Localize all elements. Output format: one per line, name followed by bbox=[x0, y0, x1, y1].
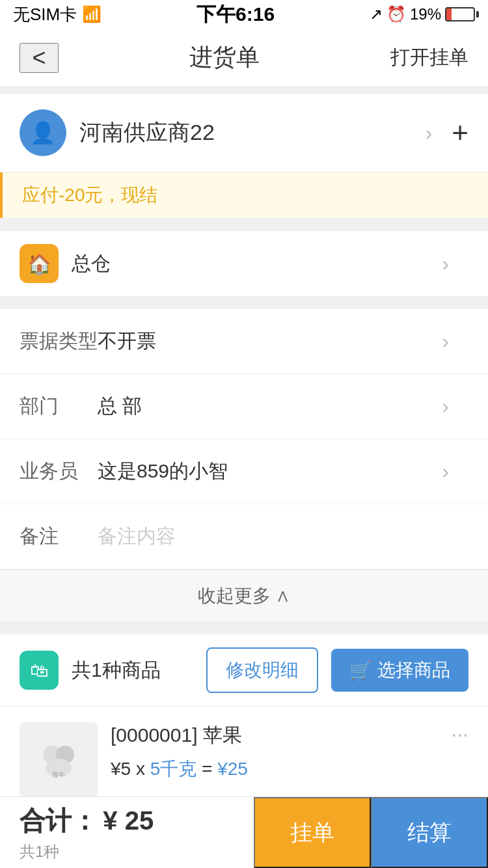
supplier-avatar: 👤 bbox=[20, 109, 66, 156]
invoice-type-row[interactable]: 票据类型 不开票 › bbox=[0, 309, 488, 374]
cart-icon: 🛒 bbox=[349, 660, 372, 681]
status-bar: 无SIM卡 📶 下午6:16 ↗ ⏰ 19% bbox=[0, 0, 488, 29]
salesperson-chevron-icon: › bbox=[442, 459, 449, 483]
total-value: ¥ 25 bbox=[103, 806, 154, 835]
product-name: 苹果 bbox=[203, 724, 242, 746]
battery-icon bbox=[445, 7, 475, 21]
section-gap-3 bbox=[0, 621, 488, 634]
open-pending-button[interactable]: 打开挂单 bbox=[390, 44, 468, 71]
chevron-right-icon: › bbox=[426, 121, 433, 145]
product-header: 🛍 共1种商品 修改明细 🛒 选择商品 bbox=[0, 634, 488, 706]
select-product-label: 选择商品 bbox=[377, 658, 450, 683]
salesperson-value: 这是859的小智 bbox=[98, 458, 442, 485]
warehouse-row[interactable]: 🏠 总仓 › bbox=[0, 231, 488, 296]
product-section: 🛍 共1种商品 修改明细 🛒 选择商品 晋牛 [0000001] 苹果 ¥5 bbox=[0, 634, 488, 816]
section-gap-2 bbox=[0, 296, 488, 309]
product-count: 共1种商品 bbox=[72, 657, 193, 684]
quantity: 5千克 bbox=[150, 759, 197, 779]
salesperson-label: 业务员 bbox=[20, 458, 98, 485]
warehouse-name: 总仓 bbox=[72, 251, 442, 277]
back-button[interactable]: < bbox=[20, 43, 59, 73]
section-gap-1 bbox=[0, 218, 488, 231]
settle-button[interactable]: 结算 bbox=[371, 797, 488, 868]
bottom-bar: 合计： ¥ 25 共1种 挂单 结算 bbox=[0, 796, 488, 868]
equals-sign: = bbox=[202, 759, 217, 779]
collapse-button[interactable]: 收起更多 ∧ bbox=[0, 569, 488, 621]
product-code: [0000001] bbox=[111, 724, 197, 746]
remark-label: 备注 bbox=[20, 523, 98, 550]
total-section: 合计： ¥ 25 共1种 bbox=[0, 797, 254, 868]
total-amount: 合计： ¥ 25 bbox=[20, 803, 234, 839]
department-chevron-icon: › bbox=[442, 394, 449, 418]
edit-detail-button[interactable]: 修改明细 bbox=[206, 647, 318, 693]
nav-bar: < 进货单 打开挂单 bbox=[0, 29, 488, 87]
product-title: [0000001] 苹果 bbox=[111, 722, 438, 749]
supplier-name: 河南供应商22 bbox=[79, 118, 426, 148]
status-bar-time: 下午6:16 bbox=[197, 1, 275, 28]
department-value: 总 部 bbox=[98, 393, 442, 420]
department-row[interactable]: 部门 总 部 › bbox=[0, 374, 488, 439]
nav-spacer bbox=[0, 87, 488, 94]
select-product-button[interactable]: 🛒 选择商品 bbox=[331, 649, 468, 692]
remark-input[interactable]: 备注内容 bbox=[98, 523, 468, 550]
wifi-icon: 📶 bbox=[82, 5, 102, 23]
product-info: [0000001] 苹果 ¥5 x 5千克 = ¥25 bbox=[111, 722, 438, 781]
invoice-type-value: 不开票 bbox=[98, 328, 442, 355]
warehouse-icon: 🏠 bbox=[20, 244, 59, 283]
product-price: ¥5 x 5千克 = ¥25 bbox=[111, 757, 438, 781]
svg-text:晋牛: 晋牛 bbox=[52, 771, 65, 778]
salesperson-row[interactable]: 业务员 这是859的小智 › bbox=[0, 439, 488, 504]
warehouse-section: 🏠 总仓 › bbox=[0, 231, 488, 296]
more-options-button[interactable]: ··· bbox=[451, 722, 468, 746]
location-icon: ↗ bbox=[370, 5, 383, 23]
add-supplier-button[interactable]: + bbox=[452, 116, 468, 149]
collapse-label: 收起更多 ∧ bbox=[198, 584, 291, 608]
total-count: 共1种 bbox=[20, 841, 234, 862]
status-bar-right: ↗ ⏰ 19% bbox=[370, 5, 475, 23]
unit-price: ¥5 bbox=[111, 759, 131, 779]
product-icon: 🛍 bbox=[20, 651, 59, 690]
status-bar-left: 无SIM卡 📶 bbox=[13, 3, 102, 26]
avatar-icon: 👤 bbox=[30, 120, 56, 145]
battery-text: 19% bbox=[410, 5, 441, 23]
alarm-icon: ⏰ bbox=[386, 5, 406, 23]
total-price: ¥25 bbox=[217, 759, 248, 779]
supplier-section: 👤 河南供应商22 › + 应付-20元，现结 bbox=[0, 94, 488, 218]
invoice-type-chevron-icon: › bbox=[442, 329, 449, 353]
shopping-bag-icon: 🛍 bbox=[30, 660, 48, 681]
invoice-type-label: 票据类型 bbox=[20, 328, 98, 355]
total-label: 合计： bbox=[20, 806, 98, 835]
remark-row[interactable]: 备注 备注内容 bbox=[0, 504, 488, 569]
form-section: 票据类型 不开票 › 部门 总 部 › 业务员 这是859的小智 › 备注 备注… bbox=[0, 309, 488, 621]
carrier-text: 无SIM卡 bbox=[13, 3, 77, 26]
pending-button[interactable]: 挂单 bbox=[254, 797, 371, 868]
supplier-row[interactable]: 👤 河南供应商22 › + bbox=[0, 94, 488, 172]
product-thumbnail: 晋牛 bbox=[20, 722, 98, 800]
department-label: 部门 bbox=[20, 393, 98, 420]
page-title: 进货单 bbox=[189, 42, 260, 74]
product-image-placeholder: 晋牛 bbox=[33, 742, 85, 781]
multiply-sign: x bbox=[136, 759, 150, 779]
notice-bar: 应付-20元，现结 bbox=[0, 172, 488, 218]
warehouse-chevron-icon: › bbox=[442, 252, 449, 276]
